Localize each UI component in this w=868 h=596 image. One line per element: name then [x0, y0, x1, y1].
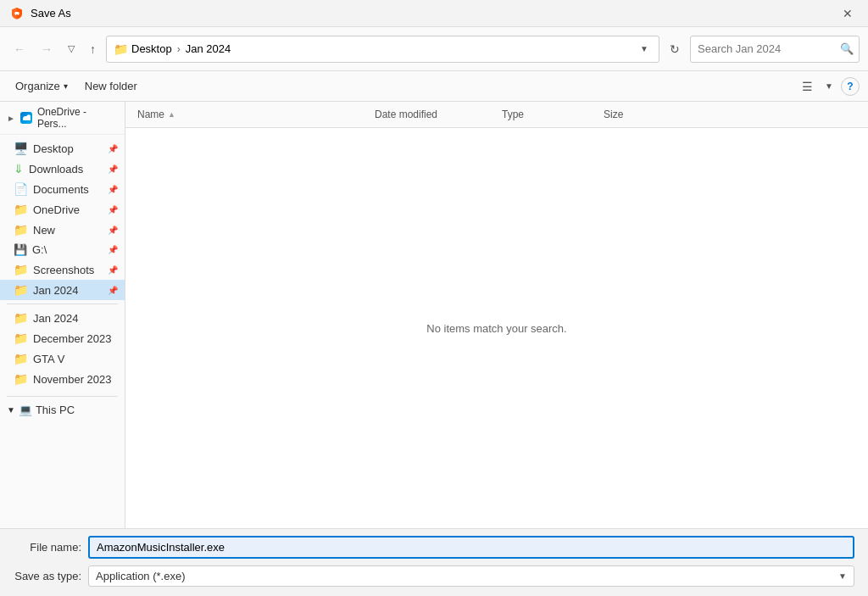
savetype-row: Save as type: Application (*.exe) ▼: [14, 565, 854, 587]
col-date-label: Date modified: [375, 109, 437, 120]
sidebar-item-downloads[interactable]: ⇓ Downloads 📌: [0, 159, 125, 179]
onedrive-section-header[interactable]: ► OneDrive - Pers...: [0, 102, 125, 135]
column-header-date[interactable]: Date modified: [371, 107, 498, 122]
dec2023-folder-icon: 📁: [14, 331, 28, 345]
file-list-empty-message: No items match your search.: [125, 128, 868, 528]
sidebar-item-label: New: [33, 224, 55, 237]
main-area: ► OneDrive - Pers... 🖥️ Desktop 📌 ⇓ Down…: [0, 102, 868, 528]
pin-icon: 📌: [108, 286, 118, 295]
sidebar-item-label: Jan 2024: [33, 312, 79, 325]
search-input[interactable]: [698, 42, 840, 55]
file-list-header: Name ▲ Date modified Type Size: [125, 102, 868, 128]
sidebar-item-new[interactable]: 📁 New 📌: [0, 220, 125, 240]
sidebar: ► OneDrive - Pers... 🖥️ Desktop 📌 ⇓ Down…: [0, 102, 125, 528]
sidebar-item-label: Documents: [33, 183, 89, 196]
sidebar-item-label: Desktop: [33, 142, 74, 155]
back-button[interactable]: ←: [8, 39, 31, 59]
sidebar-item-desktop[interactable]: 🖥️ Desktop 📌: [0, 138, 125, 159]
this-pc-label: This PC: [36, 404, 75, 416]
desktop-folder-icon: 🖥️: [14, 142, 28, 155]
downloads-folder-icon: ⇓: [14, 162, 24, 175]
new-folder-icon: 📁: [14, 223, 28, 237]
file-area: Name ▲ Date modified Type Size No items …: [125, 102, 868, 528]
gtav-folder-icon: 📁: [14, 352, 28, 365]
organize-label: Organize: [15, 80, 60, 92]
organize-button[interactable]: Organize ▾: [8, 76, 75, 96]
address-box[interactable]: 📁 Desktop › Jan 2024 ▼: [106, 36, 659, 63]
sidebar-item-documents[interactable]: 📄 Documents 📌: [0, 179, 125, 199]
sidebar-item-gtav[interactable]: 📁 GTA V: [0, 348, 125, 369]
column-header-type[interactable]: Type: [498, 107, 600, 122]
col-type-label: Type: [502, 109, 524, 120]
sidebar-item-label: November 2023: [33, 373, 112, 386]
jan2024-folder-icon: 📁: [14, 283, 28, 297]
sidebar-section: 🖥️ Desktop 📌 ⇓ Downloads 📌 📄 Documents 📌…: [0, 135, 125, 393]
toolbar: Organize ▾ New folder ☰ ▼ ?: [0, 71, 868, 102]
toolbar-right: ☰ ▼ ?: [798, 77, 860, 96]
jan2024b-folder-icon: 📁: [14, 311, 28, 325]
sidebar-item-december2023[interactable]: 📁 December 2023: [0, 328, 125, 348]
organize-arrow: ▾: [64, 81, 68, 91]
pin-icon: 📌: [108, 164, 118, 174]
sidebar-divider-2: [7, 396, 118, 397]
dropdown-nav-button[interactable]: ▽: [63, 40, 80, 58]
crumb-separator: ›: [177, 43, 181, 55]
sidebar-item-screenshots[interactable]: 📁 Screenshots 📌: [0, 259, 125, 280]
sidebar-item-label: December 2023: [33, 332, 112, 345]
sidebar-item-gdrive[interactable]: 💾 G:\ 📌: [0, 240, 125, 259]
help-button[interactable]: ?: [841, 77, 860, 96]
savetype-label: Save as type:: [14, 570, 81, 582]
pin-icon: 📌: [108, 226, 118, 235]
forward-button[interactable]: →: [36, 39, 58, 59]
pin-icon: 📌: [108, 205, 118, 214]
crumb-desktop: Desktop: [131, 42, 172, 55]
this-pc-icon: 💻: [19, 404, 32, 416]
pin-icon: 📌: [108, 185, 118, 194]
search-icon: 🔍: [840, 42, 854, 55]
savetype-value: Application (*.exe): [96, 570, 838, 582]
this-pc-collapse-icon: ▼: [7, 405, 15, 415]
crumb-jan2024: Jan 2024: [186, 42, 231, 55]
view-options-button[interactable]: ☰: [798, 77, 817, 96]
pin-icon: 📌: [108, 265, 118, 275]
sidebar-divider: [7, 304, 118, 304]
title-bar-left: Save As: [10, 7, 71, 20]
new-folder-label: New folder: [85, 80, 137, 92]
new-folder-button[interactable]: New folder: [78, 76, 144, 96]
sidebar-item-label: Jan 2024: [33, 284, 79, 297]
title-bar: Save As ✕: [0, 0, 868, 27]
address-dropdown-button[interactable]: ▼: [637, 44, 652, 53]
column-header-size[interactable]: Size: [600, 107, 668, 122]
search-box[interactable]: 🔍: [690, 36, 860, 63]
onedrive-icon: [20, 112, 32, 124]
view-dropdown-button[interactable]: ▼: [821, 79, 837, 93]
screenshots-folder-icon: 📁: [14, 263, 28, 276]
drive-icon: 💾: [14, 243, 27, 256]
sidebar-item-label: GTA V: [33, 353, 64, 365]
nov2023-folder-icon: 📁: [14, 372, 28, 386]
col-size-label: Size: [604, 109, 623, 120]
sidebar-item-label: G:\: [32, 243, 47, 256]
address-bar-row: ← → ▽ ↑ 📁 Desktop › Jan 2024 ▼ ↻ 🔍: [0, 27, 868, 71]
bottom-bar: File name: Save as type: Application (*.…: [0, 528, 868, 596]
brave-shield-icon: [10, 7, 24, 20]
sidebar-item-jan2024-pinned[interactable]: 📁 Jan 2024 📌: [0, 280, 125, 300]
filename-input[interactable]: [88, 536, 854, 559]
this-pc-header[interactable]: ▼ 💻 This PC: [0, 400, 125, 420]
refresh-button[interactable]: ↻: [665, 39, 685, 59]
column-header-name[interactable]: Name ▲: [134, 107, 371, 122]
savetype-select[interactable]: Application (*.exe) ▼: [88, 565, 854, 587]
onedrive-label: OneDrive - Pers...: [37, 106, 118, 130]
up-button[interactable]: ↑: [85, 39, 101, 59]
sidebar-item-november2023[interactable]: 📁 November 2023: [0, 369, 125, 389]
sidebar-item-label: Screenshots: [33, 264, 94, 276]
title-bar-title: Save As: [31, 7, 71, 19]
folder-icon: 📁: [114, 42, 128, 56]
collapse-icon: ►: [7, 114, 15, 123]
sidebar-item-label: Downloads: [29, 163, 83, 175]
close-button[interactable]: ✕: [837, 5, 858, 22]
sidebar-item-jan2024[interactable]: 📁 Jan 2024: [0, 308, 125, 328]
savetype-arrow-icon: ▼: [838, 571, 847, 581]
breadcrumb: 📁 Desktop › Jan 2024: [114, 42, 231, 56]
sidebar-item-onedrive[interactable]: 📁 OneDrive 📌: [0, 199, 125, 220]
